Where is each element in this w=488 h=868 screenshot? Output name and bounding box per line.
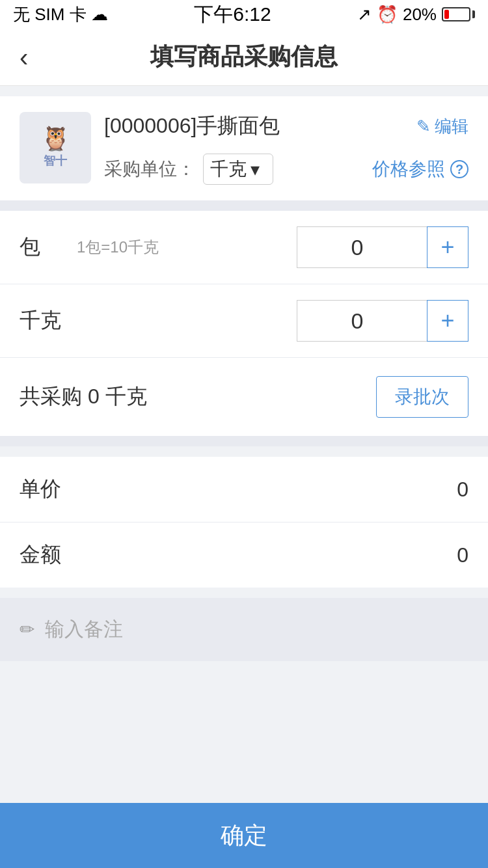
- product-name-row: [0000006]手撕面包 ✎ 编辑: [104, 112, 468, 141]
- status-time: 下午6:12: [194, 1, 271, 28]
- quantity-row-bao: 包 1包=10千克 +: [0, 211, 488, 284]
- sim-status: 无 SIM 卡 ☁: [13, 3, 108, 26]
- confirm-button[interactable]: 确定: [0, 803, 488, 868]
- status-bar: 无 SIM 卡 ☁ 下午6:12 ↗ ⏰ 20%: [0, 0, 488, 29]
- summary-row: 共采购 0 千克 录批次: [0, 358, 488, 436]
- divider-1: [0, 200, 488, 211]
- qty-plus-kg[interactable]: +: [427, 300, 468, 342]
- edit-icon: ✎: [416, 116, 431, 137]
- qty-input-kg[interactable]: [297, 300, 427, 342]
- note-section[interactable]: ✏ 输入备注: [0, 598, 488, 661]
- unit-label: 采购单位： 千克 ▾: [104, 154, 273, 185]
- unit-select[interactable]: 千克 ▾: [203, 154, 273, 185]
- unit-value: 千克: [210, 157, 247, 182]
- batch-button[interactable]: 录批次: [376, 376, 468, 418]
- product-card: 🦉 智十 [0000006]手撕面包 ✎ 编辑 采购单位： 千克 ▾: [0, 96, 488, 200]
- product-name: [0000006]手撕面包: [104, 112, 280, 141]
- info-icon: ?: [450, 160, 468, 178]
- unit-price-value: 0: [457, 478, 468, 502]
- location-icon: ↗: [357, 5, 372, 25]
- price-ref-label: 价格参照: [372, 157, 445, 182]
- dropdown-icon: ▾: [251, 159, 260, 180]
- edit-label: 编辑: [435, 115, 468, 138]
- product-info: [0000006]手撕面包 ✎ 编辑 采购单位： 千克 ▾ 价格参照 ?: [104, 112, 468, 185]
- price-section: 单价 0 金额 0: [0, 457, 488, 588]
- product-unit-row: 采购单位： 千克 ▾ 价格参照 ?: [104, 154, 468, 185]
- page-title: 填写商品采购信息: [150, 41, 338, 73]
- main-content: 🦉 智十 [0000006]手撕面包 ✎ 编辑 采购单位： 千克 ▾: [0, 96, 488, 739]
- qty-sub-label-bao: 1包=10千克: [77, 237, 159, 258]
- divider-2: [0, 436, 488, 446]
- note-pencil-icon: ✏: [20, 619, 34, 640]
- battery-percentage: 20%: [403, 5, 437, 25]
- qty-input-bao[interactable]: [297, 226, 427, 268]
- nav-bar: ‹ 填写商品采购信息: [0, 29, 488, 86]
- price-row-unit: 单价 0: [0, 457, 488, 522]
- amount-value: 0: [457, 543, 468, 567]
- product-thumbnail: 🦉 智十: [20, 112, 91, 183]
- unit-price-label: 单价: [20, 475, 61, 504]
- unit-label-text: 采购单位：: [104, 157, 195, 182]
- alarm-icon: ⏰: [377, 5, 398, 25]
- brand-logo-icon: 🦉: [41, 127, 70, 150]
- quantity-section: 包 1包=10千克 + 千克 +: [0, 211, 488, 358]
- qty-label-bao: 包: [20, 233, 72, 262]
- summary-text: 共采购 0 千克: [20, 383, 147, 411]
- status-left: 无 SIM 卡 ☁: [13, 3, 108, 26]
- battery-icon: [442, 7, 475, 21]
- qty-input-wrap-bao: +: [297, 226, 468, 268]
- brand-logo-text: 智十: [44, 153, 67, 169]
- price-ref-button[interactable]: 价格参照 ?: [372, 157, 468, 182]
- price-row-amount: 金额 0: [0, 522, 488, 588]
- qty-label-kg: 千克: [20, 306, 72, 335]
- note-placeholder: 输入备注: [45, 616, 123, 643]
- quantity-row-kg: 千克 +: [0, 284, 488, 358]
- status-right: ↗ ⏰ 20%: [357, 5, 475, 25]
- qty-plus-bao[interactable]: +: [427, 226, 468, 268]
- amount-label: 金额: [20, 541, 61, 569]
- back-button[interactable]: ‹: [20, 44, 28, 70]
- qty-input-wrap-kg: +: [297, 300, 468, 342]
- edit-button[interactable]: ✎ 编辑: [416, 115, 468, 138]
